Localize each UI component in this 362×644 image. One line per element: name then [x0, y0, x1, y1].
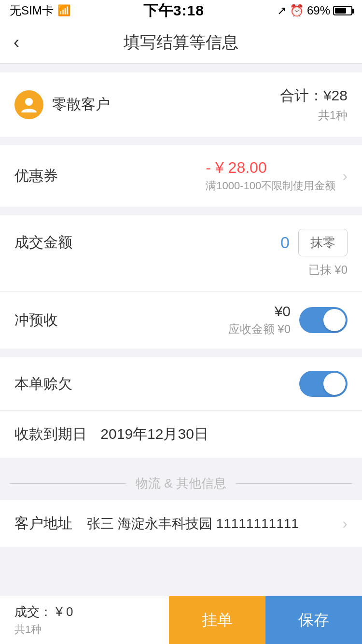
address-chevron-icon: ›: [342, 515, 348, 532]
coupon-label: 优惠券: [14, 166, 58, 186]
nav-bar: ‹ 填写结算等信息: [0, 21, 362, 64]
status-time: 下午3:18: [143, 1, 204, 21]
due-date-value: 2019年12月30日: [100, 426, 208, 442]
total-amount: 合计：¥28: [280, 86, 348, 106]
logistics-label: 物流 & 其他信息: [136, 475, 226, 492]
due-date-section: 收款到期日 2019年12月30日: [0, 410, 362, 458]
avatar: [14, 90, 43, 119]
prepay-toggle[interactable]: [299, 307, 348, 333]
prepay-amount: ¥0: [228, 303, 291, 320]
logistics-divider: 物流 & 其他信息: [0, 466, 362, 500]
prepay-amounts: ¥0 应收金额 ¥0: [228, 303, 291, 337]
hang-button[interactable]: 挂单: [169, 596, 265, 644]
bottom-count: 共1种: [14, 622, 154, 637]
customer-name: 零散客户: [52, 95, 110, 114]
transaction-row: 成交金额 0 抹零: [14, 229, 348, 256]
bottom-bar: 成交： ¥ 0 共1种 挂单 保存: [0, 596, 362, 644]
toggle-knob: [323, 309, 346, 331]
coupon-description: 满1000-100不限制使用金额: [206, 179, 335, 193]
nav-title: 填写结算等信息: [124, 31, 238, 54]
total-count: 共1种: [280, 108, 348, 123]
address-value: 张三 海淀永丰科技园 11111111111: [87, 515, 337, 533]
avatar-icon: [19, 95, 39, 114]
battery-percent: 69%: [307, 4, 330, 17]
address-section[interactable]: 客户地址 张三 海淀永丰科技园 11111111111 ›: [0, 500, 362, 547]
transaction-label: 成交金额: [14, 233, 72, 252]
prepay-row: 冲预收 ¥0 应收金额 ¥0: [0, 291, 362, 349]
alarm-icon: ⏰: [290, 4, 304, 17]
prepay-right: ¥0 应收金额 ¥0: [228, 303, 348, 337]
transaction-section: 成交金额 0 抹零 已抹 ¥0 冲预收 ¥0 应收金额 ¥0: [0, 215, 362, 349]
status-left: 无SIM卡 📶: [10, 3, 70, 18]
wifi-icon: 📶: [57, 4, 70, 17]
transaction-amount[interactable]: 0: [270, 233, 290, 252]
coupon-chevron-icon: ›: [342, 167, 348, 185]
customer-row: 零散客户 合计：¥28 共1种: [0, 72, 362, 137]
prepay-label: 冲预收: [14, 310, 58, 330]
coupon-section: 优惠券 - ¥ 28.00 满1000-100不限制使用金额 ›: [0, 145, 362, 207]
battery-icon: [333, 6, 352, 15]
status-right: ↗ ⏰ 69%: [277, 4, 352, 17]
bottom-transaction: 成交： ¥ 0: [14, 603, 154, 620]
debt-toggle-knob: [323, 373, 346, 395]
address-label: 客户地址: [14, 514, 72, 533]
transaction-sub-text: 已抹 ¥0: [14, 262, 348, 278]
coupon-right: - ¥ 28.00 满1000-100不限制使用金额 ›: [206, 159, 348, 193]
debt-toggle[interactable]: [299, 371, 348, 397]
bottom-info: 成交： ¥ 0 共1种: [0, 596, 169, 644]
signal-text: 无SIM卡: [10, 3, 54, 18]
coupon-details: - ¥ 28.00 满1000-100不限制使用金额: [206, 159, 335, 193]
coupon-discount: - ¥ 28.00: [206, 159, 335, 177]
debt-label: 本单赊欠: [14, 374, 72, 394]
svg-point-0: [25, 98, 33, 106]
main-content: 零散客户 合计：¥28 共1种 优惠券 - ¥ 28.00 满1000-100不…: [0, 72, 362, 604]
customer-section: 零散客户 合计：¥28 共1种: [0, 72, 362, 137]
save-button[interactable]: 保存: [265, 596, 362, 644]
transaction-right: 0 抹零: [270, 229, 348, 256]
status-bar: 无SIM卡 📶 下午3:18 ↗ ⏰ 69%: [0, 0, 362, 21]
transaction-area: 成交金额 0 抹零 已抹 ¥0: [0, 215, 362, 291]
location-icon: ↗: [277, 4, 287, 17]
round-button[interactable]: 抹零: [298, 229, 348, 256]
customer-total: 合计：¥28 共1种: [280, 86, 348, 123]
debt-section: 本单赊欠: [0, 357, 362, 410]
back-button[interactable]: ‹: [14, 32, 19, 53]
coupon-row[interactable]: 优惠券 - ¥ 28.00 满1000-100不限制使用金额 ›: [0, 145, 362, 207]
prepay-receivable: 应收金额 ¥0: [228, 322, 291, 337]
bottom-transaction-amount: ¥ 0: [56, 604, 73, 619]
due-date-label: 收款到期日: [14, 426, 87, 442]
customer-left: 零散客户: [14, 90, 110, 119]
bottom-transaction-label: 成交：: [14, 604, 52, 619]
